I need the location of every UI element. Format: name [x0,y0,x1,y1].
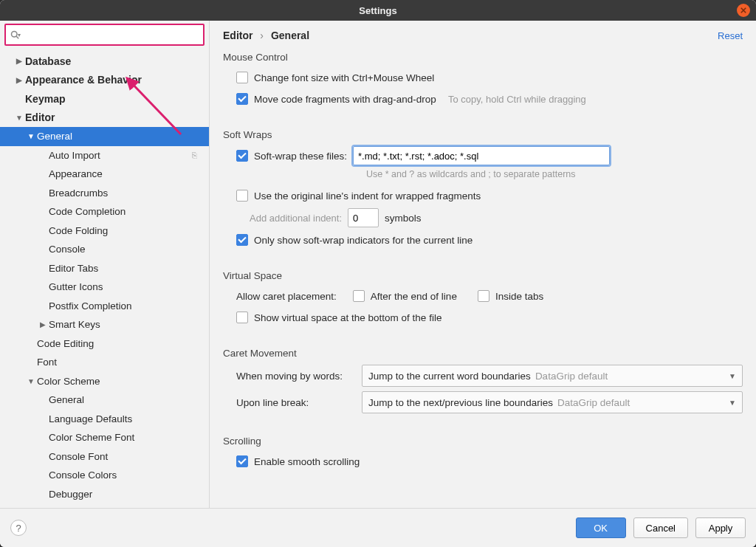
content-scroll[interactable]: Mouse Control Change font size with Ctrl… [210,47,756,508]
label-show-bottom: Show virtual space at the bottom of the … [254,312,441,323]
chevron-down-icon: ▼ [15,114,24,122]
checkbox-after-eol[interactable] [353,290,365,302]
sidebar-item-editor[interactable]: ▼Editor [0,109,209,128]
label-after-eol: After the end of line [371,291,457,302]
sidebar-item-label: Auto Import [49,150,100,161]
sidebar-item-label: Font [37,357,57,368]
checkbox-show-bottom[interactable] [236,312,248,323]
sidebar-item-console-colors[interactable]: Console Colors [0,466,209,485]
row-add-indent: Add additional indent: symbols [250,208,743,227]
sidebar-item-keymap[interactable]: Keymap [0,89,209,109]
chevron-down-icon: ▼ [729,399,736,407]
section-caret-title: Caret Movement [223,348,743,359]
row-change-font: Change font size with Ctrl+Mouse Wheel [236,69,743,86]
label-smooth-scroll: Enable smooth scrolling [254,456,360,467]
sidebar-item-label: Postfix Completion [49,300,132,312]
input-add-indent[interactable] [348,208,379,227]
label-symbols: symbols [385,213,422,224]
checkbox-change-font[interactable] [236,72,248,83]
close-button[interactable] [737,4,750,17]
footer-buttons: OK Cancel Apply [576,517,746,538]
sidebar-item-font[interactable]: Font [0,353,209,372]
pin-icon: ⎘ [192,151,197,159]
breadcrumb: Editor › General [223,30,309,41]
sidebar-item-console-font[interactable]: Console Font [0,447,209,467]
sidebar-item-color-scheme-font[interactable]: Color Scheme Font [0,428,209,447]
settings-tree[interactable]: ▶Database▶Appearance & BehaviorKeymap▼Ed… [0,49,209,508]
reset-link[interactable]: Reset [718,30,743,41]
search-scope-caret-icon: ▾ [18,32,21,38]
breadcrumb-current: General [271,30,309,41]
sidebar-item-label: Console Colors [49,469,117,481]
sidebar-item-label: Keymap [25,93,65,105]
breadcrumb-separator-icon: › [260,30,264,41]
cancel-button[interactable]: Cancel [633,517,688,538]
checkbox-inside-tabs[interactable] [478,290,489,302]
close-icon [740,7,746,13]
dialog-body: ▾ ▶Database▶Appearance & BehaviorKeymap▼… [0,21,756,509]
chevron-down-icon: ▼ [729,372,736,380]
chevron-down-icon: ▼ [27,132,35,140]
sidebar-item-editor-tabs[interactable]: Editor Tabs [0,259,209,278]
sidebar-item-appearance-behavior[interactable]: ▶Appearance & Behavior [0,71,209,90]
combo-line-break-value: Jump to the next/previous line boundarie… [368,397,553,408]
titlebar: Settings [0,0,756,21]
sidebar-item-postfix-completion[interactable]: Postfix Completion [0,297,209,316]
input-softwrap-files[interactable] [353,146,610,165]
sidebar-item-label: Editor Tabs [49,263,98,274]
hint-softwrap-wildcards: Use * and ? as wildcards and ; to separa… [366,169,743,179]
combo-line-break[interactable]: Jump to the next/previous line boundarie… [362,391,743,413]
sidebar-item-language-defaults[interactable]: Language Defaults [0,410,209,429]
sidebar-item-auto-import[interactable]: Auto Import⎘ [0,146,209,165]
row-orig-indent: Use the original line's indent for wrapp… [236,187,743,204]
apply-button[interactable]: Apply [695,517,746,538]
sidebar-item-label: Appearance [49,168,103,179]
section-scrolling-title: Scrolling [223,436,743,447]
chevron-right-icon: ▶ [15,76,24,84]
checkbox-orig-indent[interactable] [236,190,248,202]
sidebar-item-label: Code Completion [49,206,126,217]
row-move-fragments: Move code fragments with drag-and-drop T… [236,90,743,108]
sidebar-item-label: Language Defaults [49,413,132,424]
combo-by-words[interactable]: Jump to the current word boundaries Data… [362,365,743,387]
label-line-break: Upon line break: [236,397,354,408]
sidebar-item-color-scheme[interactable]: ▼Color Scheme [0,372,209,391]
sidebar-item-label: Color Scheme Font [49,432,134,443]
settings-window: Settings ▾ ▶Database▶Appearance & Behavi… [0,0,756,547]
sidebar-item-code-completion[interactable]: Code Completion [0,202,209,221]
chevron-down-icon: ▼ [27,377,35,385]
sidebar-item-label: Database [25,55,71,67]
row-only-current: Only show soft-wrap indicators for the c… [236,231,743,249]
sidebar-item-database[interactable]: ▶Database [0,52,209,71]
label-only-current: Only show soft-wrap indicators for the c… [254,235,472,246]
sidebar-item-label: Console Font [49,451,108,462]
window-title: Settings [359,5,396,16]
sidebar-item-label: Color Scheme [37,376,100,387]
sidebar-item-general[interactable]: General [0,391,209,410]
sidebar-item-breadcrumbs[interactable]: Breadcrumbs [0,184,209,203]
checkbox-only-current[interactable] [236,234,248,246]
sidebar-item-gutter-icons[interactable]: Gutter Icons [0,278,209,297]
help-button[interactable]: ? [10,520,27,536]
sidebar-item-debugger[interactable]: Debugger [0,485,209,504]
help-icon: ? [16,523,21,534]
checkbox-softwrap-files[interactable] [236,150,248,162]
sidebar-item-general[interactable]: ▼General [0,127,209,146]
sidebar-item-console[interactable]: Console [0,240,209,259]
section-virtual-title: Virtual Space [223,270,743,281]
search-input[interactable] [24,30,199,41]
checkbox-smooth-scroll[interactable] [236,455,248,467]
sidebar-item-label: Console [49,244,86,255]
label-inside-tabs: Inside tabs [495,291,543,302]
sidebar-item-appearance[interactable]: Appearance [0,165,209,184]
sidebar-item-code-folding[interactable]: Code Folding [0,221,209,241]
search-wrap: ▾ [0,21,209,49]
checkbox-move-fragments[interactable] [236,93,248,105]
sidebar-item-smart-keys[interactable]: ▶Smart Keys [0,315,209,334]
search-box[interactable]: ▾ [4,24,205,46]
sidebar-item-code-editing[interactable]: Code Editing [0,334,209,354]
ok-button[interactable]: OK [576,517,626,538]
sidebar-item-label: General [37,131,72,142]
sidebar-item-label: Code Editing [37,338,94,349]
row-by-words: When moving by words: Jump to the curren… [236,365,743,387]
